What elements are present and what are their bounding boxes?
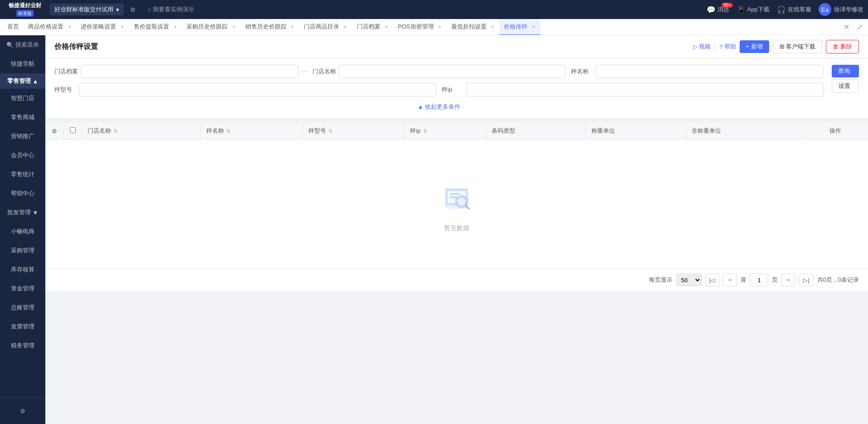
video-link[interactable]: ▷ 视频 — [693, 43, 711, 51]
tab-home[interactable]: 首页 — [3, 19, 24, 35]
sidebar-item-member-center[interactable]: 会员中心 — [0, 146, 45, 165]
app-download-label: App下载 — [747, 5, 770, 14]
sidebar-search-btn[interactable]: 🔍 搜索菜单 — [3, 39, 43, 51]
more-options-icon[interactable]: ··· — [301, 67, 307, 76]
last-page-icon: ▷| — [803, 277, 809, 284]
tab-purchase-strategy-close[interactable]: × — [120, 24, 124, 29]
prev-page-btn[interactable]: ＜ — [723, 274, 737, 286]
empty-text: 暂无数据 — [444, 224, 469, 232]
tab-price-scale[interactable]: 价格传秤 × — [499, 19, 540, 35]
tab-min-discount-close[interactable]: × — [490, 24, 495, 29]
scale-ip-input[interactable] — [466, 83, 824, 96]
sidebar-item-xiao-chang[interactable]: 小畅电商 — [0, 222, 45, 241]
user-item[interactable]: Ea 徐泽华修改 — [819, 3, 863, 16]
tab-price-settings-close[interactable]: × — [67, 24, 72, 29]
th-settings[interactable]: ⚙ — [45, 122, 63, 140]
collapse-filter-btn[interactable]: ▲ 收起更多条件 — [414, 101, 464, 113]
sidebar-item-tax-mgmt-label: 税务管理 — [11, 342, 34, 350]
setup-btn[interactable]: 设置 — [832, 79, 859, 93]
tab-price-scale-close[interactable]: × — [531, 24, 536, 29]
tab-purchase-history-close[interactable]: × — [231, 24, 236, 29]
tab-expand-btn[interactable]: ⤢ — [854, 22, 865, 32]
sort-scale-model-icon[interactable]: ⇅ — [328, 128, 332, 134]
tab-store-catalog[interactable]: 门店商品目录 × — [299, 19, 352, 35]
tab-purchase-history[interactable]: 采购历史价跟踪 × — [182, 19, 240, 35]
per-page-select[interactable]: 10 20 50 100 — [676, 274, 702, 286]
headset-icon: 🎧 — [777, 5, 786, 14]
sidebar-item-invoice-mgmt[interactable]: 发票管理 — [0, 317, 45, 336]
tab-min-discount[interactable]: 最低折扣设置 × — [447, 19, 499, 35]
settings-icon-btn[interactable]: ⚙ — [127, 5, 138, 14]
scale-name-label: 秤名称 — [571, 67, 593, 76]
tab-sale-price[interactable]: 售价提取设置 × — [129, 19, 182, 35]
select-all-checkbox[interactable] — [70, 127, 76, 133]
tab-sale-history-label: 销售历史价跟踪 — [245, 23, 287, 31]
pagination-bar: 每页显示 10 20 50 100 |◁ ＜ 算 页 ＞ — [45, 269, 868, 291]
store-name-input[interactable] — [339, 65, 565, 78]
version-dropdown[interactable]: 好业财标准版交付试用 ▾ — [50, 4, 124, 15]
svg-rect-6 — [450, 193, 460, 195]
tab-pos-management-close[interactable]: × — [438, 24, 442, 29]
sidebar-item-marketing[interactable]: 营销推广 — [0, 127, 45, 146]
svg-rect-7 — [450, 197, 457, 198]
help-link[interactable]: ? 帮助 — [719, 43, 736, 51]
sidebar-item-inventory[interactable]: 库存核算 — [0, 260, 45, 279]
sidebar-item-help-center-label: 帮助中心 — [11, 189, 34, 198]
tab-price-settings[interactable]: 商品价格设置 × — [24, 19, 76, 35]
next-page-btn[interactable]: ＞ — [781, 274, 795, 286]
sidebar-settings-btn[interactable]: ⚙ — [0, 402, 45, 419]
last-page-btn[interactable]: ▷| — [799, 274, 813, 286]
tab-close-all-btn[interactable]: ✕ — [841, 22, 852, 32]
sidebar-item-wholesale-mgmt[interactable]: 批发管理 ▼ — [0, 203, 45, 222]
add-btn[interactable]: + 新增 — [740, 40, 769, 53]
sort-scale-ip-icon[interactable]: ⇅ — [423, 128, 427, 134]
sidebar-item-tax-mgmt[interactable]: 税务管理 — [0, 336, 45, 355]
sidebar-item-retail-mall[interactable]: 零售商城 — [0, 108, 45, 127]
query-btn[interactable]: 查询 — [832, 65, 859, 77]
tab-sale-history-close[interactable]: × — [290, 24, 295, 29]
sidebar-item-general-ledger[interactable]: 总账管理 — [0, 298, 45, 317]
sidebar-item-finance[interactable]: 资金管理 — [0, 279, 45, 298]
sidebar-item-purchase-mgmt[interactable]: 采购管理 — [0, 241, 45, 260]
sidebar-item-help-center[interactable]: 帮助中心 — [0, 184, 45, 203]
scale-name-input[interactable] — [595, 65, 824, 78]
delete-btn[interactable]: 🗑 删除 — [826, 40, 859, 53]
first-page-btn[interactable]: |◁ — [705, 274, 719, 286]
sidebar-nav-text: 快捷导航 — [11, 60, 34, 68]
download-btn[interactable]: ⊞ 客户端下载 — [773, 40, 823, 53]
th-checkbox[interactable] — [63, 122, 82, 140]
page-input[interactable] — [750, 274, 768, 286]
sidebar-nav-label: 快捷导航 — [0, 54, 45, 73]
app-download-item[interactable]: 📱 App下载 — [736, 5, 770, 14]
sidebar-item-retail-mgmt[interactable]: 零售管理 ▲ — [0, 73, 45, 89]
sidebar-item-retail-stats[interactable]: 零售统计 — [0, 165, 45, 184]
sort-scale-name-icon[interactable]: ⇅ — [226, 128, 230, 134]
tab-pos-management-label: POS加密管理 — [398, 23, 434, 31]
tab-store-profile[interactable]: 门店档案 × — [352, 19, 393, 35]
version-badge: 标准版 — [16, 10, 34, 17]
top-header: 畅捷通好业财 标准版 好业财标准版交付试用 ▾ ⚙ ○ 我要看实例演示 💬 消息… — [0, 0, 868, 19]
demo-btn[interactable]: ○ 我要看实例演示 — [147, 5, 194, 14]
tab-bar-controls: ✕ ⤢ — [841, 22, 865, 32]
tab-sale-price-close[interactable]: × — [173, 24, 177, 29]
sidebar-gear-icon: ⚙ — [20, 408, 25, 414]
message-badge: 99+ — [722, 3, 733, 8]
sidebar-bottom: ⚙ — [0, 397, 45, 424]
sidebar-item-smart-store[interactable]: 智慧门店 — [0, 89, 45, 108]
sidebar-search: 🔍 搜索菜单 — [0, 35, 45, 54]
tab-store-profile-close[interactable]: × — [384, 24, 389, 29]
tab-pos-management[interactable]: POS加密管理 × — [393, 19, 447, 35]
th-operations-label: 操作 — [829, 127, 841, 134]
tab-store-catalog-close[interactable]: × — [343, 24, 347, 29]
store-profile-input[interactable] — [81, 65, 298, 78]
tab-purchase-strategy[interactable]: 进价策略设置 × — [76, 19, 129, 35]
message-item[interactable]: 💬 消息 99+ — [707, 5, 729, 14]
th-operations: 操作 — [802, 122, 868, 140]
tab-store-catalog-label: 门店商品目录 — [304, 23, 339, 31]
tab-sale-history[interactable]: 销售历史价跟踪 × — [241, 19, 299, 35]
online-service-item[interactable]: 🎧 在线客服 — [777, 5, 811, 14]
filter-row-1: 门店档案 ··· 门店名称 秤名称 — [54, 65, 824, 78]
scale-model-input[interactable] — [79, 83, 436, 96]
logo-area: 畅捷通好业财 标准版 — [5, 2, 45, 17]
sort-store-name-icon[interactable]: ⇅ — [113, 128, 117, 134]
